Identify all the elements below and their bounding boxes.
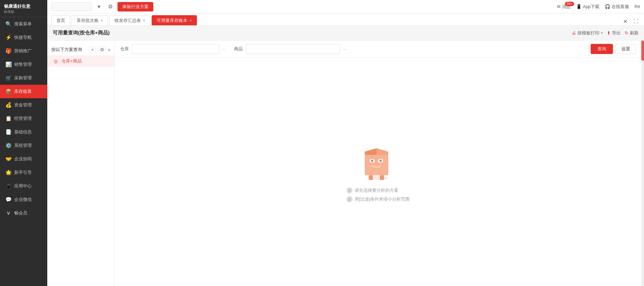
sidebar-item-search[interactable]: 🔍 搜索菜单 (0, 17, 47, 31)
sidebar-item-sales[interactable]: 📊 销售管理 (0, 58, 47, 71)
empty-illustration (358, 141, 398, 182)
page-header: 可用量查询(按仓库+商品) 🖨 按模板打印 ▾ ⬆ 导出 ↻ 刷新 (47, 26, 644, 41)
sidebar-item-purchase[interactable]: 🛒 采购管理 (0, 71, 47, 85)
message-btn[interactable]: ✉ 消息 99+ (557, 4, 571, 10)
tab-inventory-summary-close[interactable]: × (143, 18, 145, 23)
filter-bar: 仓库 ··· 商品 ··· 查询 设置 (115, 41, 641, 58)
empty-hints: 1 请先选择要分析的方案 2 用[过滤]条件来缩小分析范围 (346, 187, 410, 202)
collapse-panel-btn[interactable]: « (108, 47, 110, 52)
warehouse-label: 仓库 (120, 46, 129, 52)
add-scheme-btn[interactable]: + (89, 46, 96, 53)
filter-actions: 查询 设置 (591, 44, 636, 54)
sidebar-item-label: 基础信息 (14, 129, 32, 135)
tab-batch-account[interactable]: 库存批次账 × (72, 15, 108, 25)
svg-point-6 (371, 160, 373, 162)
sidebar-item-newbie[interactable]: 🌟 新手引导 (0, 166, 47, 179)
goods-label: 商品 (234, 46, 243, 52)
tab-available-inventory[interactable]: 可用量库存账本 × (152, 15, 197, 25)
tabs-bar: 首页 库存批次账 × 收发存汇总表 × 可用量库存账本 × ✕ ⛶ (47, 14, 644, 26)
goods-more-btn[interactable]: ··· (343, 47, 346, 52)
logo-title: 畅康通好生意 (4, 3, 43, 9)
user-name[interactable]: Rit (635, 4, 640, 9)
svg-point-7 (380, 160, 382, 162)
sidebar-item-biz[interactable]: 📋 经营管理 (0, 112, 47, 125)
svg-rect-8 (369, 175, 373, 180)
top-bar-left: ▾ ⚙ 体验行业方案 (51, 2, 554, 11)
dropdown-icon[interactable]: ▾ (95, 2, 103, 11)
tab-close-all-btn[interactable]: ✕ (621, 17, 629, 25)
empty-hint-1: 1 请先选择要分析的方案 (346, 187, 410, 193)
gear-icon: ⚙️ (5, 142, 11, 149)
cart-icon: 🛒 (5, 75, 11, 81)
tab-home[interactable]: 首页 (51, 15, 70, 25)
print-dropdown-icon[interactable]: ▾ (601, 31, 603, 35)
sidebar-item-label: 采购管理 (14, 75, 32, 81)
app-download-label: App下载 (583, 4, 599, 10)
search-input[interactable] (51, 2, 92, 11)
scheme-warehouse-goods[interactable]: ◎ 仓库+商品 (47, 55, 114, 67)
sidebar-item-finance[interactable]: 💰 资金管理 (0, 98, 47, 112)
sidebar: 畅康通好生意 标准版 🔍 搜索菜单 ⚡ 快捷导航 🎁 营销推广 📊 销售管理 🛒 (0, 0, 47, 286)
sidebar-item-enterprise[interactable]: 🤝 企业协同 (0, 152, 47, 166)
sidebar-item-system[interactable]: ⚙️ 系统管理 (0, 139, 47, 152)
gift-icon: 🎁 (5, 48, 11, 54)
star-icon: 🌟 (5, 170, 11, 176)
sidebar-item-label: 库存核算 (14, 88, 32, 95)
sidebar-item-wechat[interactable]: 💬 企业微信 (0, 193, 47, 206)
trial-btn[interactable]: 体验行业方案 (118, 2, 153, 11)
app-download-btn[interactable]: 📱 App下载 (576, 4, 599, 10)
print-template-btn[interactable]: 🖨 按模板打印 ▾ (572, 30, 603, 36)
left-panel-actions: + ⚙ « (89, 46, 110, 53)
clipboard-icon: 📋 (5, 115, 11, 122)
tab-expand-btn[interactable]: ⛶ (632, 17, 640, 25)
export-btn[interactable]: ⬆ 导出 (607, 30, 621, 36)
sidebar-item-label: 系统管理 (14, 142, 32, 149)
service-icon: 🎧 (605, 4, 610, 9)
sidebar-item-label: 资金管理 (14, 102, 32, 108)
sidebar-item-label: 畅会员 (14, 210, 27, 216)
export-icon: ⬆ (607, 30, 611, 35)
online-service-btn[interactable]: 🎧 在线客服 (605, 4, 629, 10)
sidebar-item-basic[interactable]: 📑 基础信息 (0, 125, 47, 139)
hint-text-1: 请先选择要分析的方案 (355, 187, 398, 193)
sidebar-item-shortcuts[interactable]: ⚡ 快捷导航 (0, 31, 47, 44)
sidebar-item-vip[interactable]: V 畅会员 (0, 206, 47, 220)
sidebar-item-label: 企业协同 (14, 156, 32, 162)
sidebar-item-marketing[interactable]: 🎁 营销推广 (0, 44, 47, 58)
print-template-label: 按模板打印 (577, 30, 599, 36)
scheme-label: 仓库+商品 (61, 58, 82, 64)
sidebar-item-label: 企业微信 (14, 197, 32, 203)
handshake-icon: 🤝 (5, 156, 11, 162)
logo-sub: 标准版 (4, 9, 43, 14)
sidebar-item-label: 应用中心 (14, 183, 32, 189)
app-icon: 📱 (576, 4, 582, 9)
left-panel-header: 按以下方案查询 + ⚙ « (47, 44, 114, 55)
tab-inventory-summary[interactable]: 收发存汇总表 × (109, 15, 150, 25)
settings-gear-icon[interactable]: ⚙ (106, 2, 115, 11)
sidebar-item-inventory[interactable]: 📦 库存核算 (0, 85, 47, 98)
tab-available-inventory-label: 可用量库存账本 (157, 18, 187, 24)
sidebar-item-label: 新手引导 (14, 170, 32, 176)
warehouse-input[interactable] (132, 44, 220, 54)
vip-icon: V (5, 210, 11, 216)
tabs-right-actions: ✕ ⛶ (621, 17, 640, 25)
sidebar-item-label: 营销推广 (14, 48, 32, 54)
export-label: 导出 (612, 30, 621, 36)
filter-settings-btn[interactable]: 设置 (616, 44, 636, 54)
refresh-btn[interactable]: ↻ 刷新 (625, 30, 639, 36)
main-area: ▾ ⚙ 体验行业方案 ✉ 消息 99+ 📱 App下载 🎧 在线客服 R (47, 0, 644, 286)
sidebar-item-app[interactable]: 📱 应用中心 (0, 179, 47, 193)
tab-available-inventory-close[interactable]: × (189, 18, 192, 23)
hint-num-1: 1 (346, 187, 353, 193)
warehouse-more-btn[interactable]: ··· (222, 47, 226, 52)
content-area: 按以下方案查询 + ⚙ « ◎ 仓库+商品 仓库 (47, 41, 644, 286)
hint-num-2: 2 (346, 196, 353, 202)
goods-input[interactable] (246, 44, 340, 54)
right-scrollbar[interactable] (641, 41, 644, 286)
page-actions: 🖨 按模板打印 ▾ ⬆ 导出 ↻ 刷新 (572, 30, 639, 36)
svg-rect-1 (365, 155, 388, 175)
filter-warehouse: 仓库 ··· (120, 44, 226, 54)
scheme-settings-btn[interactable]: ⚙ (98, 46, 106, 53)
query-btn[interactable]: 查询 (591, 44, 613, 54)
tab-batch-account-close[interactable]: × (101, 18, 103, 23)
